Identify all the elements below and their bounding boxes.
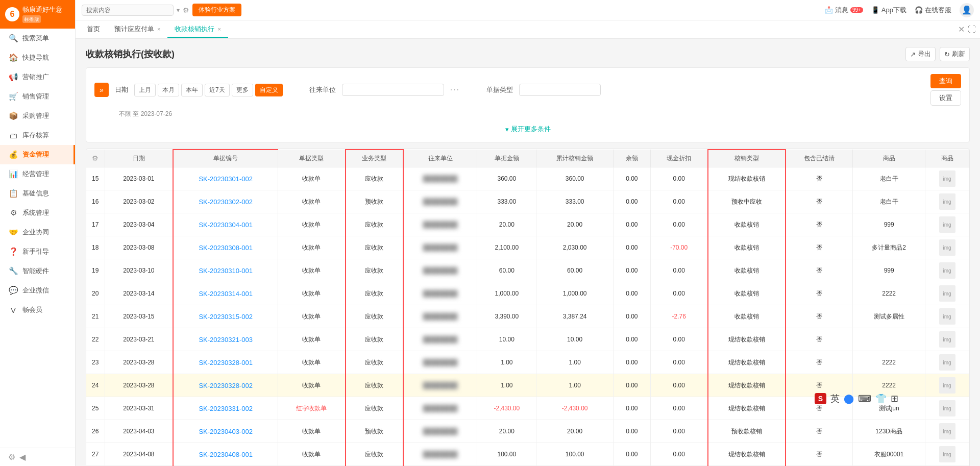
filter-receipt-type-select[interactable]: [519, 84, 601, 96]
tab-prepay[interactable]: 预计应应付单 ×: [107, 21, 167, 38]
tab-collection-close[interactable]: ×: [217, 26, 220, 32]
sidebar-item-operations[interactable]: 📊 经营管理: [0, 164, 75, 184]
sidebar-item-inventory[interactable]: 🗃 库存核算: [0, 126, 75, 145]
app-download-item[interactable]: 📱 App下载: [871, 6, 906, 15]
cell-amount: -2,430.00: [477, 397, 536, 420]
cell-docno[interactable]: SK-20230304-001: [173, 213, 278, 236]
cell-docno[interactable]: SK-20230408-001: [173, 443, 278, 466]
sidebar-item-purchase[interactable]: 📦 采购管理: [0, 106, 75, 126]
setting-bottom-icon[interactable]: ⚙: [8, 452, 15, 462]
collapse-icon[interactable]: ◀: [19, 452, 26, 462]
filter-last-month[interactable]: 上月: [134, 84, 156, 96]
col-date-header: 日期: [105, 150, 173, 167]
sidebar-item-basics[interactable]: 📋 基础信息: [0, 184, 75, 203]
cell-balance: 0.00: [613, 397, 650, 420]
export-button[interactable]: ↗ 导出: [905, 47, 936, 61]
filter-settings-button[interactable]: 设置: [930, 90, 961, 106]
sidebar-item-marketing[interactable]: 📢 营销推广: [0, 67, 75, 87]
cell-amount: 60.00: [477, 259, 536, 282]
topbar-search-input[interactable]: [82, 5, 174, 16]
sidebar-item-member[interactable]: V 畅会员: [0, 300, 75, 320]
cell-no: 21: [86, 305, 105, 328]
enterprise-icon: 🤝: [8, 228, 18, 237]
cell-discount: 0.00: [650, 351, 707, 374]
cell-discount: 0.00: [650, 397, 707, 420]
filter-query-button[interactable]: 查询: [930, 74, 961, 88]
filter-this-month[interactable]: 本月: [158, 84, 179, 96]
cell-no: 27: [86, 443, 105, 466]
col-accum-header: 累计核销金额: [536, 150, 614, 167]
hardware-icon: 🔧: [8, 266, 18, 276]
filter-expand-more-btn[interactable]: ▾ 展开更多条件: [94, 122, 961, 136]
cell-docno[interactable]: SK-20230301-002: [173, 167, 278, 190]
cell-discount: -70.00: [650, 236, 707, 259]
cell-balance: 0.00: [613, 420, 650, 443]
tabbar-close-icon[interactable]: ✕: [958, 24, 965, 34]
sidebar-item-enterprise[interactable]: 🤝 企业协同: [0, 223, 75, 242]
cell-partner: ████████: [403, 282, 477, 305]
cell-no: 20: [86, 282, 105, 305]
cell-docno[interactable]: SK-20230315-002: [173, 305, 278, 328]
cell-accum: 20.00: [536, 420, 614, 443]
tab-prepay-close[interactable]: ×: [157, 26, 160, 32]
cell-docno[interactable]: SK-20230314-001: [173, 282, 278, 305]
cell-docno[interactable]: SK-20230310-001: [173, 259, 278, 282]
filter-this-year[interactable]: 本年: [181, 84, 203, 96]
filter-custom-date[interactable]: 自定义: [255, 84, 283, 96]
purchase-icon: 📦: [8, 111, 18, 120]
cell-no: 22: [86, 328, 105, 351]
cell-biztype: 应收款: [346, 213, 403, 236]
cell-balance: 0.00: [613, 236, 650, 259]
column-setting-icon[interactable]: ⚙: [92, 154, 99, 162]
filter-more-dates[interactable]: 更多: [232, 84, 253, 96]
cell-accum: 3,387.24: [536, 305, 614, 328]
service-icon: 🎧: [915, 6, 923, 14]
cell-includeclear: 否: [786, 420, 853, 443]
topbar-gear-icon[interactable]: ⚙: [183, 6, 189, 14]
table-row: 202023-03-14SK-20230314-001收款单应收款███████…: [86, 282, 969, 305]
filter-partner-input[interactable]: [342, 84, 444, 96]
sidebar: 6 畅康通好生意 标推版 🔍 搜索菜单 🏠 快捷导航 📢 营销推广 🛒 销售管理…: [0, 0, 76, 466]
watermark-icon-3: ⌨: [858, 393, 871, 404]
message-item[interactable]: 📩 消息 99+: [825, 6, 863, 15]
cell-docno[interactable]: SK-20230308-001: [173, 236, 278, 259]
cell-goods2: img: [925, 397, 969, 420]
cell-doctype: 收款单: [278, 420, 346, 443]
cell-biztype: 应收款: [346, 374, 403, 397]
tabbar-expand-icon[interactable]: ⛶: [968, 25, 976, 34]
sidebar-item-finance[interactable]: 💰 资金管理: [0, 145, 75, 164]
sidebar-item-system[interactable]: ⚙ 系统管理: [0, 203, 75, 223]
cell-docno[interactable]: SK-20230321-003: [173, 328, 278, 351]
cell-amount: 20.00: [477, 420, 536, 443]
table-row: 222023-03-21SK-20230321-003收款单应收款███████…: [86, 328, 969, 351]
cell-date: 2023-03-01: [105, 167, 173, 190]
topbar: ▾ ⚙ 体验行业方案 📩 消息 99+ 📱 App下载 🎧 在线客服 👤: [76, 0, 980, 20]
refresh-button[interactable]: ↻ 刷新: [940, 47, 970, 61]
cell-no: 19: [86, 259, 105, 282]
solution-button[interactable]: 体验行业方案: [192, 4, 241, 16]
sidebar-item-sales[interactable]: 🛒 销售管理: [0, 87, 75, 106]
filter-7days[interactable]: 近7天: [205, 84, 230, 96]
filter-bar: » 日期 上月 本月 本年 近7天 更多 自定义 往来单位 ··· 单据类型: [86, 67, 970, 142]
cell-docno[interactable]: SK-20230302-002: [173, 190, 278, 213]
page-title: 收款核销执行(按收款): [86, 48, 175, 60]
cell-goods2: img: [925, 259, 969, 282]
tab-collection[interactable]: 收款核销执行 ×: [167, 21, 228, 38]
filter-expand-button[interactable]: »: [94, 83, 109, 97]
sidebar-item-search[interactable]: 🔍 搜索菜单: [0, 29, 75, 48]
col-setting-header[interactable]: ⚙: [86, 150, 105, 167]
sidebar-item-guide[interactable]: ❓ 新手引导: [0, 242, 75, 261]
cell-docno[interactable]: SK-20230403-002: [173, 420, 278, 443]
cell-docno[interactable]: SK-20230328-001: [173, 351, 278, 374]
service-item[interactable]: 🎧 在线客服: [915, 6, 951, 15]
sidebar-item-wechat[interactable]: 💬 企业微信: [0, 281, 75, 300]
chevron-down-icon[interactable]: ▾: [177, 7, 180, 14]
sidebar-item-hardware[interactable]: 🔧 智能硬件: [0, 261, 75, 281]
cell-docno[interactable]: SK-20230331-002: [173, 397, 278, 420]
cell-docno[interactable]: SK-20230328-002: [173, 374, 278, 397]
user-avatar[interactable]: 👤: [960, 3, 974, 17]
tab-home[interactable]: 首页: [80, 21, 107, 38]
wechat-icon: 💬: [8, 286, 18, 295]
sidebar-item-quicknav[interactable]: 🏠 快捷导航: [0, 48, 75, 67]
message-icon: 📩: [825, 6, 833, 14]
